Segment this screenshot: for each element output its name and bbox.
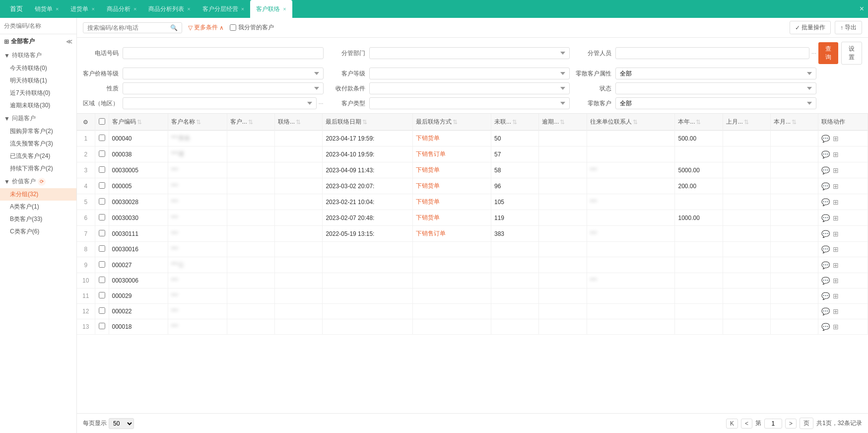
apps-icon[interactable]: ⊞ (833, 182, 839, 190)
region-select[interactable] (123, 97, 317, 109)
close-analysis-list-icon[interactable]: × (187, 6, 190, 12)
batch-op-button[interactable]: ✓ 批量操作 (790, 21, 831, 34)
last-page-btn[interactable]: 页 (800, 418, 813, 429)
status-select[interactable] (615, 82, 816, 94)
phone-input[interactable] (123, 47, 324, 59)
sidebar-item-churned[interactable]: 已流失客户(24) (0, 150, 76, 162)
apps-icon[interactable]: ⊞ (833, 198, 839, 206)
row-checkbox-cell[interactable] (95, 178, 109, 194)
row-checkbox-cell[interactable] (95, 194, 109, 210)
apps-icon[interactable]: ⊞ (833, 150, 839, 158)
reset-button[interactable]: 设置 (841, 42, 862, 65)
apps-icon[interactable]: ⊞ (833, 323, 839, 331)
tab-analysis[interactable]: 商品分析 × (101, 0, 142, 18)
tab-analysis-list[interactable]: 商品分析列表 × (142, 0, 196, 18)
row-checkbox[interactable] (99, 135, 105, 141)
close-analysis-icon[interactable]: × (134, 6, 136, 12)
refresh-badge[interactable]: ⟳ (38, 178, 46, 186)
last-way-link[interactable]: 下销货单 (416, 166, 440, 173)
close-tier-icon[interactable]: × (241, 6, 244, 12)
row-checkbox-cell[interactable] (95, 273, 109, 289)
row-checkbox[interactable] (99, 198, 105, 205)
row-checkbox[interactable] (99, 182, 105, 189)
home-tab[interactable]: 首页 (4, 4, 29, 13)
row-checkbox-cell[interactable] (95, 289, 109, 304)
row-checkbox-cell[interactable] (95, 319, 109, 335)
row-checkbox[interactable] (99, 307, 105, 314)
chat-icon[interactable]: 💬 (821, 198, 830, 206)
row-checkbox-cell[interactable] (95, 210, 109, 226)
apps-icon[interactable]: ⊞ (833, 277, 839, 285)
tab-customer-contact[interactable]: 客户联络 × (250, 0, 292, 18)
row-checkbox-cell[interactable] (95, 162, 109, 178)
apps-icon[interactable]: ⊞ (833, 166, 839, 174)
col-checkbox[interactable] (95, 114, 109, 131)
chat-icon[interactable]: 💬 (821, 245, 830, 253)
row-checkbox-cell[interactable] (95, 226, 109, 242)
last-way-link[interactable]: 下销货单 (416, 135, 440, 142)
close-salesorder-icon[interactable]: × (56, 6, 59, 12)
row-checkbox-cell[interactable] (95, 242, 109, 257)
group-problem-customers[interactable]: ▼ 问题客户 (0, 112, 76, 125)
row-checkbox-cell[interactable] (95, 304, 109, 319)
chat-icon[interactable]: 💬 (821, 214, 830, 222)
scatter-select[interactable]: 全部 (615, 97, 816, 109)
customer-type-select[interactable] (369, 97, 570, 109)
collapse-icon[interactable]: ≪ (66, 38, 72, 45)
sidebar-item-ungroup[interactable]: 未分组(32) (0, 188, 76, 201)
close-contact-icon[interactable]: × (283, 6, 286, 12)
row-checkbox[interactable] (99, 166, 105, 173)
chat-icon[interactable]: 💬 (821, 230, 830, 238)
last-way-link[interactable]: 下销货单 (416, 214, 440, 221)
apps-icon[interactable]: ⊞ (833, 307, 839, 315)
payment-select[interactable] (369, 82, 570, 94)
export-button[interactable]: ↑ 导出 (835, 21, 862, 34)
row-checkbox-cell[interactable] (95, 146, 109, 162)
close-all-icon[interactable]: × (860, 4, 864, 13)
scatter-attr-select[interactable]: 全部 (615, 68, 816, 79)
tab-salesorder[interactable]: 销货单 × (29, 0, 65, 18)
manager-more-icon[interactable]: ··· (811, 50, 816, 57)
my-customers-checkbox-label[interactable]: 我分管的客户 (230, 23, 274, 32)
my-customers-checkbox[interactable] (230, 24, 236, 31)
manager-input[interactable] (615, 47, 809, 59)
more-conditions-btn[interactable]: ▽ 更多条件 ∧ (188, 23, 224, 32)
last-way-link[interactable]: 下销货单 (416, 182, 440, 189)
tab-customer-tier[interactable]: 客户分层经营 × (197, 0, 250, 18)
sidebar-item-classA[interactable]: A类客户(1) (0, 201, 76, 213)
sidebar-item-tomorrow[interactable]: 明天待联络(1) (0, 74, 76, 87)
next-page-btn[interactable]: > (785, 419, 797, 429)
row-checkbox-cell[interactable] (95, 257, 109, 273)
page-input[interactable] (764, 419, 782, 429)
apps-icon[interactable]: ⊞ (833, 292, 839, 300)
chat-icon[interactable]: 💬 (821, 182, 830, 190)
last-way-link[interactable]: 下销售订单 (416, 150, 446, 157)
sidebar-all-customers[interactable]: ⊞ 全部客户 ≪ (0, 34, 76, 49)
apps-icon[interactable]: ⊞ (833, 245, 839, 253)
group-value-customers[interactable]: ▼ 价值客户 ⟳ (0, 175, 76, 188)
chat-icon[interactable]: 💬 (821, 323, 830, 331)
row-checkbox[interactable] (99, 277, 105, 283)
sidebar-search-input[interactable] (4, 22, 77, 29)
sidebar-item-churn-warn[interactable]: 流失预警客户(3) (0, 138, 76, 150)
prev-page-btn[interactable]: < (741, 419, 752, 429)
row-checkbox[interactable] (99, 150, 105, 157)
apps-icon[interactable]: ⊞ (833, 135, 839, 143)
sidebar-item-classC[interactable]: C类客户(6) (0, 225, 76, 238)
query-button[interactable]: 查询 (818, 42, 838, 64)
sidebar-item-classB[interactable]: B类客户(33) (0, 213, 76, 225)
select-all-checkbox[interactable] (99, 118, 105, 125)
apps-icon[interactable]: ⊞ (833, 230, 839, 238)
chat-icon[interactable]: 💬 (821, 261, 830, 269)
row-checkbox[interactable] (99, 245, 105, 252)
sidebar-item-declining[interactable]: 持续下滑客户(2) (0, 162, 76, 175)
row-checkbox[interactable] (99, 292, 105, 298)
dept-select[interactable] (369, 47, 570, 59)
chat-icon[interactable]: 💬 (821, 277, 830, 285)
sidebar-item-stockpile[interactable]: 囤购异常客户(2) (0, 125, 76, 138)
chat-icon[interactable]: 💬 (821, 166, 830, 174)
row-checkbox[interactable] (99, 261, 105, 268)
nature-select[interactable] (123, 82, 324, 94)
sidebar-item-today[interactable]: 今天待联络(0) (0, 62, 76, 74)
chat-icon[interactable]: 💬 (821, 150, 830, 158)
